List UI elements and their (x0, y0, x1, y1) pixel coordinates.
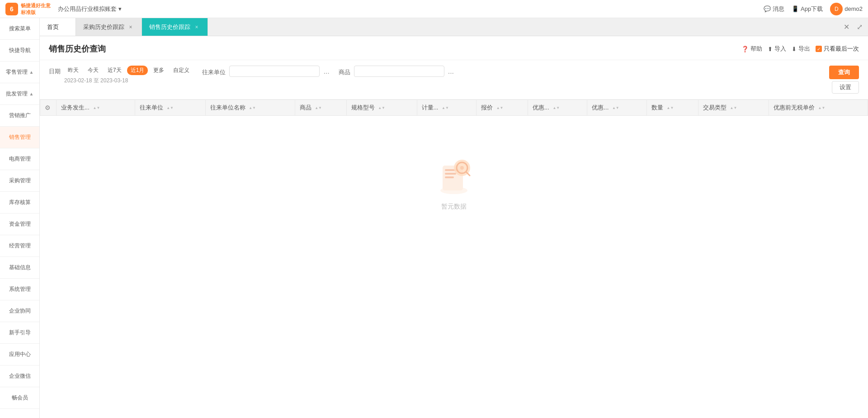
empty-text: 暂元数据 (441, 203, 467, 211)
export-icon: ⬇ (792, 46, 797, 52)
col-trade-type[interactable]: 交易类型 ▲▼ (698, 100, 769, 116)
message-button[interactable]: 💬 消息 (764, 5, 784, 13)
col-pretax-price[interactable]: 优惠前无税单价 ▲▼ (769, 100, 868, 116)
sidebar-item-shortcut[interactable]: 快捷导航 (0, 40, 39, 62)
settings-button[interactable]: 设置 (832, 81, 859, 94)
sort-icon-quote: ▲▼ (496, 106, 504, 110)
retail-label: 零售管理 (6, 68, 28, 76)
avatar: D (830, 3, 843, 15)
sidebar-item-enterprise[interactable]: 企业协同 (0, 300, 39, 322)
table-header-row: ⚙ 业务发生... ▲▼ 往来单位 ▲▼ 往来单位名称 (40, 100, 868, 116)
sidebar-item-guide[interactable]: 新手引导 (0, 322, 39, 344)
main-layout: 搜索菜单 快捷导航 零售管理 ▲ 批发管理 ▲ 营销推广 销售管理 电商管理 采… (0, 18, 868, 418)
marketing-label: 营销推广 (9, 112, 31, 119)
sidebar-item-basic[interactable]: 基础信息 (0, 257, 39, 279)
tab-purchase-track[interactable]: 采购历史价跟踪 × (76, 18, 142, 36)
date-btn-yesterday[interactable]: 昨天 (64, 66, 82, 75)
empty-state: 暂元数据 (40, 116, 868, 247)
sidebar-item-inventory[interactable]: 库存核算 (0, 192, 39, 214)
partner-filter-label: 往来单位 (202, 66, 226, 76)
sidebar-item-purchase[interactable]: 采购管理 (0, 170, 39, 192)
sidebar-item-system[interactable]: 系统管理 (0, 279, 39, 300)
app-download-button[interactable]: 📱 App下载 (792, 5, 823, 13)
close-window-icon[interactable]: ✕ (842, 22, 851, 32)
empty-illustration (431, 152, 476, 197)
col-qty[interactable]: 数量 ▲▼ (646, 100, 698, 116)
query-button[interactable]: 查询 (829, 66, 859, 79)
sort-icon-biz-date: ▲▼ (93, 106, 100, 110)
import-icon: ⬆ (768, 46, 773, 52)
goods-dots-button[interactable]: ... (448, 67, 454, 76)
date-btn-7days[interactable]: 近7天 (104, 66, 125, 75)
svg-point-8 (460, 166, 464, 170)
wholesale-label: 批发管理 (6, 90, 28, 98)
purchase-track-close-icon[interactable]: × (127, 24, 134, 31)
filter-bar: 日期 昨天 今天 近7天 近1月 更多 自定义 2023-02-18 至 202… (40, 60, 868, 100)
date-btn-today[interactable]: 今天 (84, 66, 102, 75)
guide-label: 新手引导 (9, 329, 31, 337)
help-icon: ❓ (741, 46, 749, 52)
date-btn-1month[interactable]: 近1月 (127, 66, 148, 75)
export-button[interactable]: ⬇ 导出 (792, 45, 810, 53)
date-range-text: 2023-02-18 至 2023-03-18 (64, 77, 193, 85)
sidebar-item-finance[interactable]: 资金管理 (0, 214, 39, 235)
col-biz-date[interactable]: 业务发生... ▲▼ (57, 100, 135, 116)
col-partner-code[interactable]: 往来单位 ▲▼ (135, 100, 205, 116)
col-partner-name[interactable]: 往来单位名称 ▲▼ (205, 100, 295, 116)
date-btn-custom[interactable]: 自定义 (170, 66, 193, 75)
maximize-icon[interactable]: ⤢ (855, 22, 864, 32)
date-options: 昨天 今天 近7天 近1月 更多 自定义 2023-02-18 至 2023-0… (64, 66, 193, 85)
top-bar: 6 畅捷通好生意 标准版 办公用品行业模拟账套 ▾ 💬 消息 📱 App下载 D… (0, 0, 868, 18)
col-discount2[interactable]: 优惠... ▲▼ (587, 100, 646, 116)
table-header: ⚙ 业务发生... ▲▼ 往来单位 ▲▼ 往来单位名称 (40, 100, 868, 116)
page-header-actions: ❓ 帮助 ⬆ 导入 ⬇ 导出 ✓ 只看最后一次 (741, 45, 859, 53)
purchase-label: 采购管理 (9, 177, 31, 185)
tab-home[interactable]: 首页 (40, 18, 76, 36)
sales-track-close-icon[interactable]: × (193, 24, 200, 31)
data-table: ⚙ 业务发生... ▲▼ 往来单位 ▲▼ 往来单位名称 (40, 100, 868, 116)
enterprise-label: 企业协同 (9, 307, 31, 315)
sort-icon-trade-type: ▲▼ (730, 106, 737, 110)
sidebar-item-member[interactable]: 畅会员 (0, 387, 39, 409)
sidebar-item-retail[interactable]: 零售管理 ▲ (0, 62, 39, 83)
goods-input[interactable] (354, 66, 444, 77)
col-quote[interactable]: 报价 ▲▼ (476, 100, 528, 116)
table-container: ⚙ 业务发生... ▲▼ 往来单位 ▲▼ 往来单位名称 (40, 100, 868, 247)
home-tab-label: 首页 (47, 23, 59, 31)
logo-area: 6 畅捷通好生意 标准版 (5, 2, 51, 15)
sort-icon-discount2: ▲▼ (612, 106, 619, 110)
user-menu[interactable]: D demo2 (830, 3, 863, 15)
import-button[interactable]: ⬆ 导入 (768, 45, 786, 53)
partner-input[interactable] (229, 66, 320, 77)
sort-icon-qty: ▲▼ (667, 106, 674, 110)
app-selector[interactable]: 办公用品行业模拟账套 ▾ (54, 3, 125, 15)
logo-text: 畅捷通好生意 标准版 (21, 2, 51, 15)
sidebar-item-sales[interactable]: 销售管理 (0, 127, 39, 148)
help-button[interactable]: ❓ 帮助 (741, 45, 762, 53)
shortcut-label: 快捷导航 (9, 47, 31, 54)
svg-rect-4 (445, 176, 454, 178)
chevron-down-icon: ▾ (118, 5, 122, 12)
sidebar-item-weixin[interactable]: 企业微信 (0, 366, 39, 387)
member-label: 畅会员 (12, 394, 28, 402)
tab-sales-track[interactable]: 销售历史价跟踪 × (142, 18, 208, 36)
sidebar-item-wholesale[interactable]: 批发管理 ▲ (0, 83, 39, 105)
sidebar-item-operation[interactable]: 经营管理 (0, 235, 39, 257)
filter-actions-right: 查询 设置 (829, 66, 859, 94)
sidebar-item-appstore[interactable]: 应用中心 (0, 344, 39, 366)
sidebar-item-ecommerce[interactable]: 电商管理 (0, 148, 39, 170)
col-goods[interactable]: 商品 ▲▼ (295, 100, 346, 116)
date-btn-more[interactable]: 更多 (150, 66, 168, 75)
sidebar-item-search[interactable]: 搜索菜单 (0, 18, 39, 40)
col-unit[interactable]: 计量... ▲▼ (417, 100, 476, 116)
search-label: 搜索菜单 (9, 25, 31, 33)
col-discount1[interactable]: 优惠... ▲▼ (528, 100, 587, 116)
goods-filter-group: 商品 ... (339, 66, 454, 77)
gear-icon[interactable]: ⚙ (45, 104, 51, 111)
goods-filter-label: 商品 (339, 66, 350, 76)
col-spec[interactable]: 规格型号 ▲▼ (346, 100, 417, 116)
partner-dots-button[interactable]: ... (323, 67, 329, 76)
only-latest-checkbox[interactable]: ✓ 只看最后一次 (816, 45, 859, 53)
sidebar-item-marketing[interactable]: 营销推广 (0, 105, 39, 127)
sort-icon-partner-name: ▲▼ (249, 106, 256, 110)
